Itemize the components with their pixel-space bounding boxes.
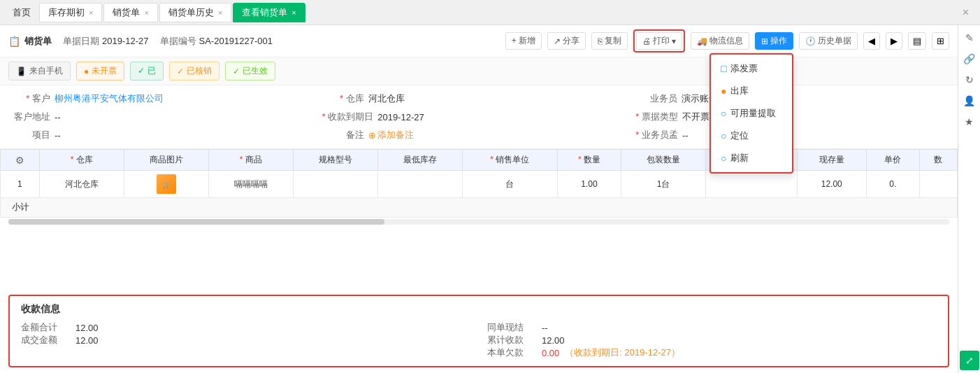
col-unit-price: 单价	[866, 150, 919, 171]
menu-item-refresh[interactable]: ○ 刷新	[711, 147, 792, 169]
row-quantity: 1.00	[557, 171, 621, 198]
col-more: 数	[919, 150, 957, 171]
confirm-button[interactable]: ✓ 已	[130, 62, 163, 80]
col-sales-unit: 销售单位	[462, 150, 557, 171]
new-button[interactable]: + 新增	[505, 32, 542, 50]
history-button[interactable]: 🕐 历史单据	[799, 32, 858, 50]
print-button[interactable]: 🖨 打印 ▾	[636, 32, 682, 50]
sales-rep-label: 业务员孟	[635, 129, 678, 141]
print-icon: 🖨	[642, 36, 651, 46]
row-index: 1	[1, 171, 40, 198]
tab-view-sales-close[interactable]: ×	[291, 8, 296, 17]
window-close-button[interactable]: ×	[957, 6, 974, 18]
view-grid-button[interactable]: ⊞	[932, 32, 949, 50]
right-link-button[interactable]: 🔗	[960, 49, 979, 69]
operations-menu: □ 添发票 ● 出库 ○ 可用量提取 ○ 定位	[709, 53, 793, 174]
date-value: 2019-12-27	[102, 36, 149, 46]
from-phone-button[interactable]: 📱 来自手机	[8, 62, 71, 80]
cumulative-receipt-label: 累计收款	[487, 334, 536, 346]
doc-header: 📋 销货单 单据日期 2019-12-27 单据编号 SA-20191227-0…	[0, 25, 958, 57]
col-product-image: 商品图片	[124, 150, 208, 171]
operations-wrapper: ⊞ 操作 □ 添发票 ● 出库 ○	[755, 32, 793, 50]
next-button[interactable]: ▶	[886, 32, 902, 50]
project-row: 项目 --	[8, 129, 322, 141]
tab-inventory-close[interactable]: ×	[89, 8, 93, 17]
doc-type-icon: 📋	[8, 36, 20, 47]
right-refresh-button[interactable]: ↻	[960, 70, 979, 90]
menu-item-available-qty[interactable]: ○ 可用量提取	[711, 102, 792, 125]
due-date-label: 收款到期日	[322, 111, 374, 123]
ticket-type-label: 票据类型	[635, 111, 678, 123]
table-row: 1 河北仓库 🛒 嗝嗝嗝嗝 台 1.00 1台 12.00 0.	[1, 171, 958, 198]
settings-icon[interactable]: ⚙	[15, 155, 24, 166]
copy-icon: ⎘	[598, 36, 603, 46]
note-row: 备注 ⊕ 添加备注	[322, 129, 636, 141]
share-button[interactable]: ↗ 分享	[547, 32, 586, 50]
history-icon: 🕐	[805, 36, 816, 46]
tab-sales-close[interactable]: ×	[144, 8, 148, 17]
locate-icon: ○	[721, 130, 726, 141]
right-user-button[interactable]: 👤	[960, 91, 979, 111]
current-owed-label: 本单欠款	[487, 346, 536, 359]
ticket-icon: ●	[84, 66, 89, 76]
view-list-button[interactable]: ▤	[908, 32, 926, 50]
menu-item-warehouse-out[interactable]: ● 出库	[711, 80, 792, 102]
logistics-icon: 🚚	[697, 36, 707, 46]
same-order-settlement-row: 同单现结 --	[487, 321, 937, 334]
col-product: 商品	[208, 150, 293, 171]
row-warehouse: 河北仓库	[39, 171, 124, 198]
row-available	[706, 171, 798, 198]
warehouse-value: 河北仓库	[368, 92, 405, 105]
horizontal-scrollbar[interactable]	[8, 219, 949, 225]
logistics-button[interactable]: 🚚 物流信息	[691, 32, 749, 50]
add-invoice-icon: □	[721, 63, 726, 74]
row-spec	[293, 171, 377, 198]
tab-home[interactable]: 首页	[6, 6, 38, 19]
operations-button[interactable]: ⊞ 操作	[755, 32, 793, 50]
add-note-button[interactable]: ⊕ 添加备注	[368, 129, 414, 141]
not-open-ticket-button[interactable]: ● 未开票	[76, 62, 124, 80]
toolbar: + 新增 ↗ 分享 ⎘ 复制 🖨 打印 ▾	[505, 29, 949, 52]
project-label: 项目	[8, 129, 50, 141]
products-table: ⚙ 仓库 商品图片 商品 规格型号 最低库存 销售单位 数量 包装数量 可用量 …	[0, 149, 958, 218]
scroll-thumb[interactable]	[8, 219, 384, 225]
ticket-type-value: 不开票	[682, 111, 709, 123]
right-star-button[interactable]: ★	[960, 112, 979, 132]
date-label: 单据日期	[63, 35, 99, 48]
doc-title: 📋 销货单	[8, 35, 52, 48]
row-more	[919, 171, 957, 198]
current-owed-note: （收款到期日: 2019-12-27）	[565, 346, 680, 359]
tab-inventory[interactable]: 库存期初 ×	[39, 3, 102, 22]
warehouse-label: 仓库	[322, 92, 364, 105]
tab-sales-history-close[interactable]: ×	[218, 8, 222, 17]
address-row: 客户地址 --	[8, 111, 322, 123]
menu-item-locate[interactable]: ○ 定位	[711, 125, 792, 147]
prev-button[interactable]: ◀	[863, 32, 880, 50]
address-value: --	[55, 112, 61, 122]
doc-type-label: 销货单	[24, 35, 52, 48]
copy-button[interactable]: ⎘ 复制	[591, 32, 628, 50]
sold-out-badge: ✓ 已核销	[169, 62, 219, 80]
transaction-amount-value: 12.00	[75, 335, 99, 346]
address-label: 客户地址	[8, 111, 50, 123]
available-qty-icon: ○	[721, 108, 726, 119]
menu-item-add-invoice[interactable]: □ 添发票	[711, 57, 792, 80]
customer-label: 客户	[8, 92, 50, 105]
print-dropdown-icon: ▾	[672, 36, 676, 46]
tab-bar: 首页 库存期初 × 销货单 × 销货单历史 × 查看销货单 × ×	[0, 0, 980, 25]
due-date-row: 收款到期日 2019-12-27	[322, 111, 636, 123]
row-product-image: 🛒	[124, 171, 208, 198]
operations-icon: ⊞	[761, 36, 768, 46]
tab-sales-history[interactable]: 销货单历史 ×	[159, 3, 231, 22]
col-settings[interactable]: ⚙	[1, 150, 40, 171]
tab-view-sales[interactable]: 查看销货单 ×	[233, 3, 305, 22]
right-edit-button[interactable]: ✎	[960, 28, 979, 48]
tab-sales[interactable]: 销货单 ×	[103, 3, 157, 22]
total-amount-value: 12.00	[75, 323, 99, 333]
right-expand-button[interactable]: ⤢	[960, 351, 979, 370]
col-warehouse: 仓库	[39, 150, 124, 171]
sales-rep-value: --	[682, 130, 689, 141]
transaction-amount-row: 成交金额 12.00	[21, 334, 470, 346]
row-product: 嗝嗝嗝嗝	[208, 171, 293, 198]
customer-value[interactable]: 柳州粤港平安气体有限公司	[55, 92, 164, 105]
